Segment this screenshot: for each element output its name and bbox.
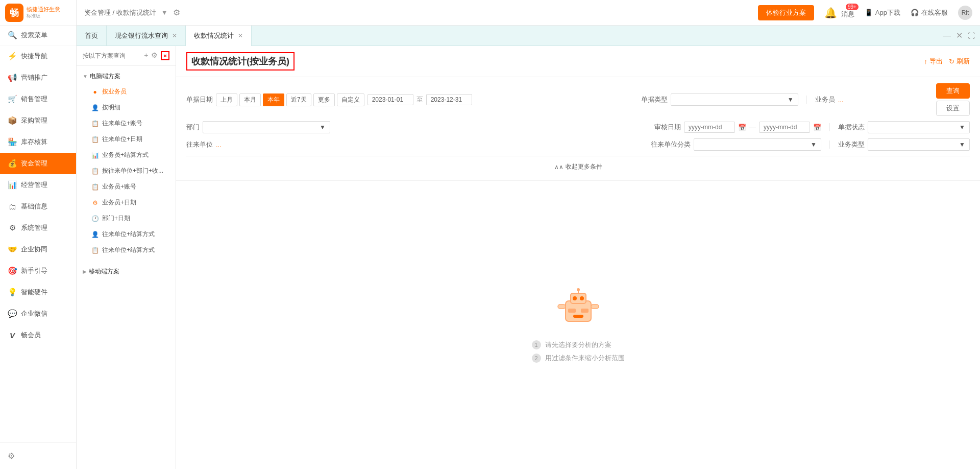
sidebar-item-inventory[interactable]: 🏪 库存核算: [0, 131, 76, 153]
date-btn-this-month[interactable]: 本月: [239, 93, 261, 106]
filter-divider-3: [829, 140, 830, 149]
sidebar-item-wechat[interactable]: 💬 企业微信: [0, 303, 76, 324]
panel-item-partner-date[interactable]: 📋 往来单位+日期: [81, 131, 176, 147]
marketing-icon: 📢: [8, 73, 17, 82]
window-minimize-icon[interactable]: —: [943, 31, 951, 40]
date-to-input[interactable]: [426, 94, 472, 105]
panel-item-partner-settle2[interactable]: 📋 往来单位+结算方式: [81, 242, 176, 258]
tab-cashflow-close[interactable]: ✕: [172, 32, 177, 39]
left-panel-title: 按以下方案查询: [83, 52, 126, 60]
date-from-input[interactable]: [368, 94, 413, 105]
panel-item-partner-date-label: 往来单位+日期: [102, 135, 142, 144]
sidebar-item-hardware[interactable]: 💡 智能硬件: [0, 282, 76, 303]
panel-item-partner-settle1[interactable]: 👤 往来单位+结算方式: [81, 226, 176, 242]
sidebar-item-basic[interactable]: 🗂 基础信息: [0, 196, 76, 217]
business-type-dropdown-icon: ▼: [959, 141, 965, 148]
audit-date-from-input[interactable]: [684, 122, 735, 133]
panel-item-salesperson-date[interactable]: ⚙ 业务员+日期: [81, 195, 176, 210]
panel-item-salesperson-account[interactable]: 📋 业务员+账号: [81, 179, 176, 195]
partner-more-icon[interactable]: ...: [216, 141, 222, 149]
panel-item-by-detail-label: 按明细: [102, 103, 120, 112]
sidebar-item-member[interactable]: V 畅会员: [0, 324, 76, 346]
filter-row-3: 往来单位 ... 往来单位分类 ▼: [186, 138, 970, 151]
document-type-select[interactable]: ▼: [671, 93, 798, 106]
sidebar-item-sales[interactable]: 🛒 销售管理: [0, 88, 76, 110]
scheme-settings-btn[interactable]: ⚙: [151, 51, 158, 60]
audit-date-to-input[interactable]: [759, 122, 810, 133]
date-btn-last-month[interactable]: 上月: [216, 93, 237, 106]
calendar-icon-from[interactable]: 📅: [738, 124, 746, 131]
doc-status-select[interactable]: ▼: [868, 121, 970, 133]
sidebar-item-search[interactable]: 🔍 搜索菜单: [0, 26, 76, 45]
panel-item-by-salesperson[interactable]: ● 按业务员: [81, 84, 176, 100]
query-btn[interactable]: 查询: [936, 83, 970, 99]
refresh-btn[interactable]: ↻ 刷新: [949, 57, 970, 66]
svg-point-8: [577, 288, 580, 291]
sidebar-item-basic-label: 基础信息: [21, 202, 47, 211]
sidebar-item-system-label: 系统管理: [21, 223, 47, 232]
refresh-label: 刷新: [957, 57, 970, 66]
sidebar-item-operation[interactable]: 📊 经营管理: [0, 174, 76, 196]
partner-category-select[interactable]: ▼: [694, 138, 821, 151]
mobile-section-header[interactable]: ▶ 移动端方案: [77, 264, 176, 279]
collapse-more-btn[interactable]: ∧∧ 收起更多条件: [546, 159, 610, 174]
sidebar-item-quicknav-label: 快捷导航: [21, 52, 47, 61]
export-btn[interactable]: ↑ 导出: [924, 57, 943, 66]
sidebar-settings-btn[interactable]: ⚙: [0, 447, 76, 465]
notification-label: 消息: [841, 10, 854, 18]
desktop-section-header[interactable]: ▼ 电脑端方案: [77, 69, 176, 84]
window-maximize-icon[interactable]: ⛶: [968, 32, 975, 40]
sidebar-item-purchase[interactable]: 📦 采购管理: [0, 110, 76, 131]
panel-item-dept-date[interactable]: 🕐 部门+日期: [81, 210, 176, 226]
salesperson-settle-icon: 📊: [91, 151, 99, 159]
app-download-btn[interactable]: 📱 App下载: [865, 8, 900, 17]
collapse-panel-btn[interactable]: «: [161, 51, 169, 60]
wechat-icon: 💬: [8, 309, 17, 318]
sidebar-item-finance[interactable]: 💰 资金管理: [0, 153, 76, 174]
sidebar-item-guide[interactable]: 🎯 新手引导: [0, 260, 76, 282]
search-icon: 🔍: [8, 31, 17, 40]
export-label: 导出: [929, 57, 943, 66]
refresh-icon: ↻: [949, 58, 954, 65]
logo-icon: 畅: [5, 4, 23, 22]
main-content: 资金管理 / 收款情况统计 ▼ ⚙ 体验行业方案 🔔 99+ 消息 📱 App下…: [77, 0, 980, 469]
window-close-icon[interactable]: ✕: [956, 31, 963, 40]
sidebar-item-quicknav[interactable]: ⚡ 快捷导航: [0, 45, 76, 67]
panel-item-partner-dept-collect[interactable]: 📋 按往来单位+部门+收...: [81, 163, 176, 179]
panel-item-salesperson-settle[interactable]: 📊 业务员+结算方式: [81, 147, 176, 163]
svg-point-3: [580, 296, 584, 300]
add-scheme-btn[interactable]: +: [144, 51, 148, 60]
panel-item-partner-account[interactable]: 📋 往来单位+账号: [81, 115, 176, 131]
svg-point-2: [573, 296, 577, 300]
settings-gear-icon[interactable]: ⚙: [173, 8, 180, 17]
notification-btn[interactable]: 🔔 99+ 消息: [824, 7, 854, 19]
breadcrumb-dropdown-icon[interactable]: ▼: [161, 9, 168, 16]
dept-select[interactable]: ▼: [203, 121, 330, 133]
sidebar-item-enterprise[interactable]: 🤝 企业协同: [0, 239, 76, 260]
online-service-btn[interactable]: 🎧 在线客服: [911, 8, 948, 17]
sidebar-item-marketing[interactable]: 📢 营销推广: [0, 67, 76, 88]
tab-collection[interactable]: 收款情况统计 ✕: [186, 26, 252, 46]
document-type-label: 单据类型: [641, 95, 668, 104]
step-num-1: 1: [532, 340, 541, 349]
empty-step-2: 2 用过滤条件来缩小分析范围: [532, 354, 625, 363]
guide-icon: 🎯: [8, 266, 17, 275]
enterprise-icon: 🤝: [8, 245, 17, 254]
business-type-select[interactable]: ▼: [868, 138, 970, 151]
sidebar-item-system[interactable]: ⚙ 系统管理: [0, 217, 76, 239]
settings-btn[interactable]: 设置: [936, 101, 970, 116]
calendar-icon-to[interactable]: 📅: [813, 124, 821, 131]
tab-collection-close[interactable]: ✕: [238, 32, 243, 39]
date-btn-last-7days[interactable]: 近7天: [286, 93, 311, 106]
panel-item-by-detail[interactable]: 👤 按明细: [81, 100, 176, 115]
tab-home[interactable]: 首页: [77, 26, 107, 46]
user-avatar[interactable]: Rit: [958, 6, 972, 20]
panel-item-dept-date-label: 部门+日期: [102, 214, 130, 223]
date-btn-this-year[interactable]: 本年: [263, 93, 284, 106]
left-panel-header: 按以下方案查询 + ⚙ «: [77, 46, 176, 66]
date-btn-custom[interactable]: 自定义: [337, 93, 364, 106]
tab-cashflow[interactable]: 现金银行流水查询 ✕: [107, 26, 186, 46]
salesperson-more-icon[interactable]: ...: [838, 96, 844, 104]
trial-btn[interactable]: 体验行业方案: [758, 5, 814, 20]
date-btn-more[interactable]: 更多: [313, 93, 335, 106]
